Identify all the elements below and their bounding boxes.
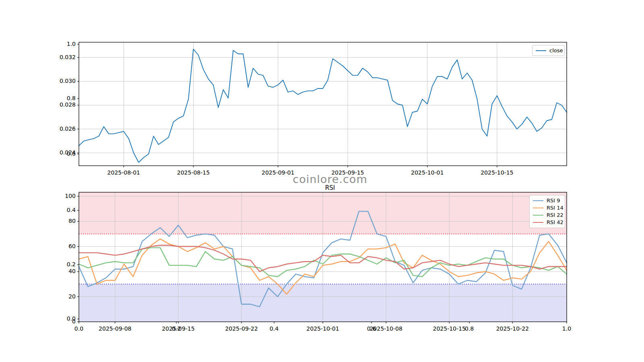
rsi-x-tick-label: 2025-10-22 — [496, 325, 529, 332]
legend-rsi: RSI 9RSI 14RSI 22RSI 42 — [529, 195, 565, 228]
price-y-tick-label: 0.030 — [60, 78, 76, 84]
rsi-y-tick-label: 80 — [68, 218, 76, 224]
price-x-tick-label: 2025-08-01 — [107, 169, 140, 176]
price-x-tick-label: 2025-10-15 — [481, 169, 513, 176]
rsi-x-tick-label: 2025-09-08 — [99, 325, 131, 332]
rsi-14-swatch — [533, 208, 543, 208]
rsi-y-tick-label: 60 — [68, 243, 76, 249]
legend-close: close — [532, 45, 565, 56]
price-panel: 0.0240.0260.0280.0300.0322025-08-012025-… — [60, 42, 567, 176]
rsi-x-tick-label: 2025-10-01 — [306, 325, 339, 332]
price-y-tick-label: 0.028 — [60, 101, 76, 108]
legend-item-rsi-42: RSI 42 — [533, 219, 561, 226]
background-x-tick-label: 0.6 — [367, 325, 376, 332]
legend-label-rsi-22: RSI 22 — [547, 212, 564, 219]
rsi-x-tick-label: 2025-09-22 — [225, 325, 258, 332]
rsi-y-tick-label: 100 — [65, 193, 76, 199]
price-x-tick-label: 2025-09-01 — [262, 169, 294, 176]
background-y-tick-label: 0.2 — [67, 261, 76, 267]
background-x-tick-label: 0.4 — [270, 325, 279, 332]
price-y-tick-label: 0.026 — [60, 125, 76, 132]
background-y-tick-label: 0.0 — [67, 315, 76, 322]
background-x-tick-label: 0.0 — [74, 325, 83, 332]
legend-label-rsi-42: RSI 42 — [547, 219, 564, 226]
background-x-tick-label: 0.8 — [465, 325, 474, 332]
legend-item-rsi-14: RSI 14 — [533, 204, 561, 212]
background-y-tick-label: 0.4 — [67, 207, 76, 213]
rsi-x-tick-label: 2025-10-15 — [433, 325, 466, 332]
rsi-panel: 0204060801002025-09-082025-09-152025-09-… — [65, 192, 567, 332]
legend-label-rsi-14: RSI 14 — [547, 204, 564, 212]
close-line-swatch — [536, 50, 546, 51]
legend-label-close: close — [549, 47, 563, 54]
rsi-9-swatch — [533, 200, 543, 201]
legend-label-rsi-9: RSI 9 — [547, 197, 560, 204]
rsi-x-axis-labels: 2025-09-082025-09-152025-09-222025-10-01… — [99, 322, 529, 332]
price-x-tick-label: 2025-09-15 — [331, 169, 364, 176]
price-x-tick-label: 2025-10-01 — [411, 169, 444, 176]
rsi-42-swatch — [533, 222, 543, 223]
price-y-tick-label: 0.032 — [60, 54, 76, 60]
rsi-y-tick-label: 20 — [68, 293, 76, 300]
legend-item-rsi-9: RSI 9 — [533, 197, 561, 204]
price-x-tick-label: 2025-08-15 — [177, 169, 210, 176]
close-line — [79, 49, 567, 162]
background-x-tick-label: 0.2 — [172, 325, 181, 332]
rsi-22-swatch — [533, 215, 543, 216]
legend-item-close: close — [536, 47, 561, 54]
background-x-tick-label: 1.0 — [562, 325, 571, 332]
price-y-axis-labels: 0.0240.0260.0280.0300.032 — [60, 54, 79, 156]
price-grid — [79, 42, 567, 166]
price-axes-border — [79, 42, 567, 166]
background-y-tick-label: 0.6 — [67, 150, 76, 157]
background-y-tick-label: 0.8 — [67, 95, 76, 101]
rsi-y-tick-label: 40 — [68, 268, 76, 274]
price-x-axis-labels: 2025-08-012025-08-152025-09-012025-09-15… — [107, 166, 514, 176]
legend-item-rsi-22: RSI 22 — [533, 212, 561, 219]
background-y-tick-label: 1.0 — [67, 41, 76, 47]
figure-canvas: 0.0240.0260.0280.0300.0322025-08-012025-… — [0, 0, 644, 362]
